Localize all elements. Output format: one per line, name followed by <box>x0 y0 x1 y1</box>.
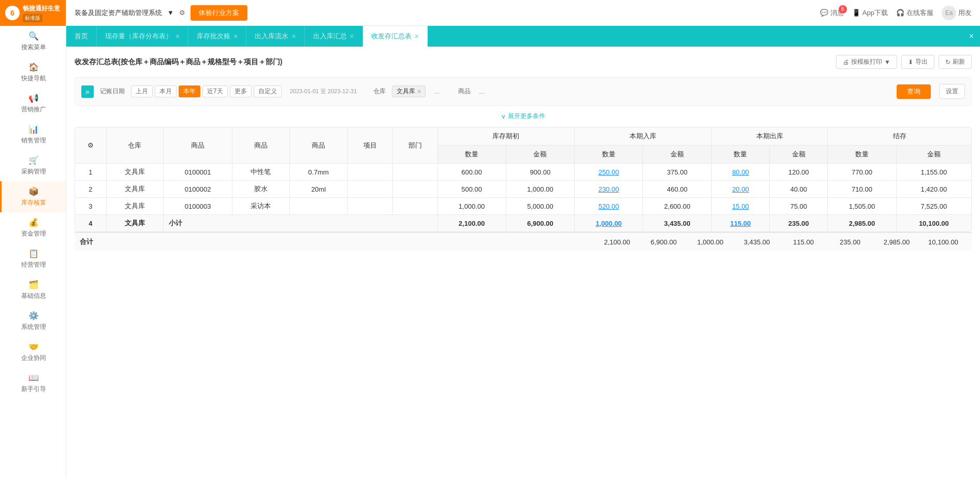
money-icon: 💰 <box>28 218 39 227</box>
subtotal-out-qty[interactable]: 115.00 <box>711 215 769 232</box>
in-qty-cell[interactable]: 250.00 <box>575 164 643 181</box>
print-button[interactable]: 🖨 按模板打印 ▼ <box>836 55 897 69</box>
th-out-group: 本期出库 <box>711 127 828 146</box>
last-month-button[interactable]: 上月 <box>131 85 153 97</box>
handshake-icon: 🤝 <box>28 342 39 352</box>
sidebar-item-label: 搜索菜单 <box>21 43 46 52</box>
page-title: 收发存汇总表(按仓库＋商品编码＋商品＋规格型号＋项目＋部门) <box>75 57 282 67</box>
online-service-button[interactable]: 🎧 在线客服 <box>896 8 933 18</box>
warehouse-tag[interactable]: 文具库 × <box>392 85 426 97</box>
table-row: 3 文具库 0100003 采访本 1,000.00 5,000.00 520.… <box>75 198 971 215</box>
in-qty-cell[interactable]: 520.00 <box>575 198 643 215</box>
try-solution-button[interactable]: 体验行业方案 <box>191 5 247 21</box>
in-qty-cell[interactable]: 230.00 <box>575 181 643 198</box>
column-settings-icon[interactable]: ⚙ <box>87 141 94 149</box>
tab-inout-summary[interactable]: 出入库汇总 × <box>305 26 363 47</box>
chevron-down-icon: ∨ <box>501 113 506 120</box>
th-project: 项目 <box>347 127 392 164</box>
sidebar-item-search[interactable]: 🔍 搜索菜单 <box>0 26 66 57</box>
sidebar-item-purchase[interactable]: 🛒 采购管理 <box>0 150 66 181</box>
expand-more-button[interactable]: ∨ 展开更多条件 <box>501 112 545 121</box>
filter-expand-button[interactable]: » <box>81 85 94 98</box>
close-amt-cell: 7,525.00 <box>896 198 971 215</box>
tab-inout-flow[interactable]: 出入库流水 × <box>246 26 304 47</box>
sidebar-item-label: 新手引导 <box>21 385 46 394</box>
query-button[interactable]: 查询 <box>897 84 931 99</box>
out-qty-cell[interactable]: 15.00 <box>711 198 769 215</box>
sidebar-item-inventory[interactable]: 📦 库存核算 <box>0 181 66 212</box>
sidebar-item-sales[interactable]: 📊 销售管理 <box>0 119 66 150</box>
warehouse-tag-close-icon[interactable]: × <box>417 88 421 95</box>
app-download-label: App下载 <box>862 8 888 18</box>
department-cell <box>392 198 437 215</box>
tab-close-icon[interactable]: × <box>350 32 354 40</box>
in-amt-cell: 460.00 <box>643 181 711 198</box>
goods-name-cell: 胶水 <box>232 181 289 198</box>
close-amt-cell: 1,155.00 <box>896 164 971 181</box>
th-close-group: 结存 <box>828 127 971 146</box>
th-close-qty: 数量 <box>828 146 896 164</box>
more-date-button[interactable]: 更多 <box>230 85 252 97</box>
export-button[interactable]: ⬇ 导出 <box>901 55 934 69</box>
goods-more-dots[interactable]: ... <box>477 88 487 95</box>
headset-icon: 🎧 <box>896 9 904 17</box>
refresh-button[interactable]: ↻ 刷新 <box>939 55 972 69</box>
settings-button[interactable]: ⚙ <box>179 9 185 17</box>
department-cell <box>392 181 437 198</box>
sidebar-item-marketing[interactable]: 📢 营销推广 <box>0 88 66 119</box>
subtotal-in-qty[interactable]: 1,000.00 <box>575 215 643 232</box>
th-opening-qty: 数量 <box>437 146 506 164</box>
chevron-down-icon: ▼ <box>884 59 890 66</box>
folder-icon: 🗂️ <box>28 280 39 289</box>
warehouse-more-dots[interactable]: ... <box>432 88 442 95</box>
goods-code-cell: 0100001 <box>164 164 232 181</box>
this-month-button[interactable]: 本月 <box>155 85 177 97</box>
message-button[interactable]: 💬 消息 6 <box>820 8 844 18</box>
tab-home[interactable]: 首页 <box>66 26 97 47</box>
tab-close-icon[interactable]: × <box>233 32 238 40</box>
query-settings-button[interactable]: 设置 <box>939 84 965 99</box>
sidebar-item-quick-nav[interactable]: 🏠 快捷导航 <box>0 57 66 88</box>
sidebar-item-basic-info[interactable]: 🗂️ 基础信息 <box>0 274 66 306</box>
expand-more-row: ∨ 展开更多条件 <box>75 110 972 123</box>
app-download-button[interactable]: 📱 App下载 <box>852 8 888 18</box>
gear-icon: ⚙️ <box>28 311 39 321</box>
tab-close-icon[interactable]: × <box>291 32 296 40</box>
user-button[interactable]: Ea 用友 <box>942 6 972 20</box>
opening-amt-cell: 900.00 <box>506 164 574 181</box>
out-qty-cell[interactable]: 20.00 <box>711 181 769 198</box>
tab-receipt-summary[interactable]: 收发存汇总表 × <box>363 26 428 47</box>
tab-batch-ledger[interactable]: 库存批次账 × <box>188 26 246 47</box>
sidebar-item-label: 经营管理 <box>21 260 46 269</box>
tab-close-icon[interactable]: × <box>415 32 419 40</box>
dropdown-icon[interactable]: ▼ <box>167 9 174 17</box>
tab-inventory-distribution[interactable]: 现存量（库存分布表） × <box>97 26 188 47</box>
home-icon: 🏠 <box>28 62 39 72</box>
opening-amt-cell: 5,000.00 <box>506 198 574 215</box>
goods-name-cell: 中性笔 <box>232 164 289 181</box>
th-goods-name: 商品 <box>232 127 289 164</box>
sidebar-item-label: 营销推广 <box>21 105 46 114</box>
warehouse-cell: 文具库 <box>106 181 164 198</box>
sidebar-item-label: 库存核算 <box>21 198 46 207</box>
subtotal-opening-amt: 6,900.00 <box>506 215 574 232</box>
in-amt-cell: 375.00 <box>643 164 711 181</box>
sidebar-item-label: 采购管理 <box>21 167 46 176</box>
this-year-button[interactable]: 本年 <box>179 85 200 97</box>
sidebar-item-system[interactable]: ⚙️ 系统管理 <box>0 306 66 337</box>
close-all-tabs-button[interactable]: × <box>963 32 980 41</box>
logo-icon: 6 <box>5 6 20 20</box>
close-amt-cell: 1,420.00 <box>896 181 971 198</box>
out-qty-cell[interactable]: 80.00 <box>711 164 769 181</box>
page-title-row: 收发存汇总表(按仓库＋商品编码＋商品＋规格型号＋项目＋部门) 🖨 按模板打印 ▼… <box>75 55 972 69</box>
tab-close-icon[interactable]: × <box>175 32 180 40</box>
seq-cell: 2 <box>75 181 106 198</box>
sidebar-item-finance[interactable]: 💰 资金管理 <box>0 212 66 243</box>
sidebar-item-business[interactable]: 📋 经营管理 <box>0 243 66 274</box>
last-7days-button[interactable]: 近7天 <box>202 85 228 97</box>
th-settings[interactable]: ⚙ <box>75 127 106 164</box>
custom-date-button[interactable]: 自定义 <box>254 85 282 97</box>
sidebar-item-guide[interactable]: 📖 新手引导 <box>0 368 66 399</box>
table-row: 1 文具库 0100001 中性笔 0.7mm 600.00 900.00 25… <box>75 164 971 181</box>
sidebar-item-enterprise[interactable]: 🤝 企业协同 <box>0 337 66 368</box>
